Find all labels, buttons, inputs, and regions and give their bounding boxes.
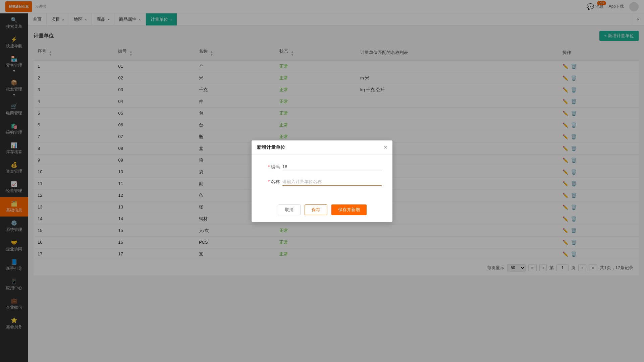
modal-overlay: 新增计量单位 × 编码 名称 取消 保存 保存并新增 xyxy=(0,0,644,362)
save-button[interactable]: 保存 xyxy=(305,204,327,215)
name-form-row: 名称 xyxy=(262,178,382,186)
modal-header: 新增计量单位 × xyxy=(252,140,392,155)
name-label: 名称 xyxy=(262,179,282,185)
modal-footer: 取消 保存 保存并新增 xyxy=(252,200,392,222)
code-input[interactable] xyxy=(282,163,382,171)
modal-close-button[interactable]: × xyxy=(384,144,387,150)
code-form-row: 编码 xyxy=(262,163,382,171)
modal-body: 编码 名称 xyxy=(252,155,392,200)
add-measure-unit-modal: 新增计量单位 × 编码 名称 取消 保存 保存并新增 xyxy=(252,140,392,222)
modal-title: 新增计量单位 xyxy=(257,144,285,150)
save-and-new-button[interactable]: 保存并新增 xyxy=(331,204,367,215)
cancel-button[interactable]: 取消 xyxy=(278,204,301,215)
name-input[interactable] xyxy=(282,178,382,186)
code-label: 编码 xyxy=(262,164,282,170)
